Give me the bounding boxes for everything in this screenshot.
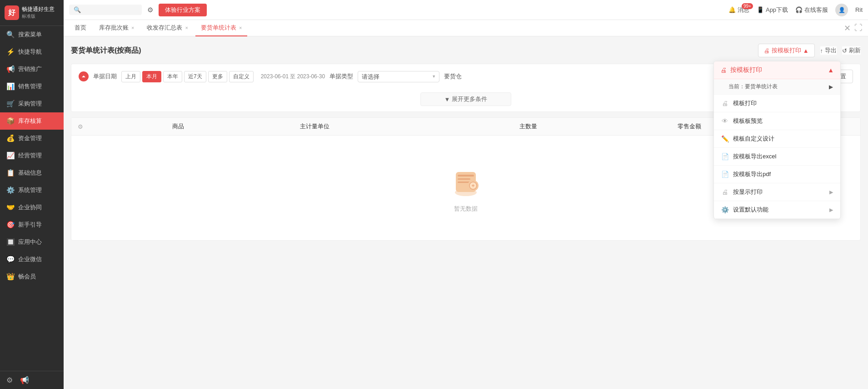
topbar-gear-icon[interactable]: ⚙ <box>147 6 153 14</box>
tab-close-icon[interactable]: × <box>239 25 242 30</box>
sidebar-item-appstore[interactable]: 🔲应用中心 <box>0 233 64 251</box>
date-btn-近7天[interactable]: 近7天 <box>184 71 206 82</box>
tab-收发存汇总表[interactable]: 收发存汇总表× <box>141 20 193 36</box>
speaker-icon[interactable]: 📢 <box>20 376 29 384</box>
tab-close-icon[interactable]: × <box>185 25 188 30</box>
expand-tabs-button[interactable]: ⛶ <box>854 23 863 33</box>
table-settings-icon[interactable]: ⚙ <box>78 123 83 130</box>
dropdown-title: 🖨 按模板打印 <box>720 66 762 74</box>
sidebar-label-member: 畅会员 <box>18 273 36 281</box>
sidebar-icon-system: ⚙️ <box>6 186 15 194</box>
sidebar-item-inventory[interactable]: 📦库存核算 <box>0 112 64 130</box>
template-print-dropdown: 🖨 按模板打印 ▲ 当前：要货单统计表 ▶ 🖨 模板打印 👁 模板板预览 ✏️ <box>713 61 841 219</box>
sidebar-item-purchase[interactable]: 🛒采购管理 <box>0 95 64 112</box>
dropdown-item-template_custom[interactable]: ✏️ 模板自定义设计 <box>714 130 840 148</box>
type-select[interactable]: 请选择 <box>358 71 439 82</box>
dropdown-section-left-default_func: ⚙️ 设置默认功能 <box>721 206 768 214</box>
dropdown-icon-template_excel: 📄 <box>721 153 728 160</box>
sidebar-scroll: 🔍搜索菜单⚡快捷导航📢营销推广📊销售管理🛒采购管理📦库存核算💰资金管理📈经营管理… <box>0 26 64 371</box>
sidebar-item-member[interactable]: 👑畅会员 <box>0 268 64 285</box>
date-buttons: 上月本月本年近7天更多自定义 <box>121 71 254 82</box>
sidebar-label-search: 搜索菜单 <box>18 30 42 39</box>
app-logo-icon: 好 <box>5 5 19 20</box>
trial-button[interactable]: 体验行业方案 <box>159 4 207 16</box>
filter-collapse-icon[interactable] <box>79 71 89 81</box>
settings-icon[interactable]: ⚙ <box>6 376 13 384</box>
sidebar-item-marketing[interactable]: 📢营销推广 <box>0 61 64 78</box>
dropdown-item-left-template_pdf: 📄 按模板导出pdf <box>721 170 771 178</box>
download-icon: 📱 <box>757 6 764 13</box>
sidebar-label-inventory: 库存核算 <box>18 117 42 125</box>
tabs-right-controls: ✕ ⛶ <box>844 23 863 33</box>
sidebar-item-finance[interactable]: 💰资金管理 <box>0 130 64 147</box>
dropdown-current-item[interactable]: 当前：要货单统计表 ▶ <box>714 79 840 95</box>
dropdown-item-template_pdf[interactable]: 📄 按模板导出pdf <box>714 166 840 183</box>
refresh-button[interactable]: ↺ 刷新 <box>842 46 861 55</box>
expand-more-btn[interactable]: ▼ 展开更多条件 <box>420 92 511 106</box>
sidebar-item-system[interactable]: ⚙️系统管理 <box>0 182 64 199</box>
dropdown-item-template_excel[interactable]: 📄 按模板导出excel <box>714 148 840 166</box>
sidebar-icon-appstore: 🔲 <box>6 238 15 246</box>
date-btn-自定义[interactable]: 自定义 <box>229 71 254 82</box>
dropdown-label-template_print: 模板打印 <box>733 99 757 107</box>
sidebar-icon-finance: 💰 <box>6 134 15 142</box>
dropdown-item-template_preview[interactable]: 👁 模板板预览 <box>714 112 840 130</box>
sidebar-item-collab[interactable]: 🤝企业协同 <box>0 199 64 216</box>
sidebar-item-basic[interactable]: 📋基础信息 <box>0 164 64 182</box>
dropdown-label-template_excel: 按模板导出excel <box>733 152 776 161</box>
sidebar-item-guide[interactable]: 🎯新手引导 <box>0 216 64 233</box>
chevron-up-icon: ▲ <box>803 47 809 54</box>
tab-首页[interactable]: 首页 <box>69 20 92 36</box>
date-btn-本月[interactable]: 本月 <box>142 71 161 82</box>
online-service-button[interactable]: 🎧 在线客服 <box>795 6 828 14</box>
sidebar-icon-wechat: 💬 <box>6 255 15 263</box>
sidebar-label-wechat: 企业微信 <box>18 255 42 263</box>
refresh-icon: ↺ <box>842 47 847 54</box>
empty-illustration <box>448 163 484 199</box>
goods-label: 要货仓 <box>444 72 462 81</box>
template-print-button[interactable]: 🖨 按模板打印 ▲ <box>758 44 815 57</box>
message-button[interactable]: 🔔 消息 99+ <box>728 6 749 14</box>
dropdown-arrow-default_func: ▶ <box>829 207 833 213</box>
tab-label: 首页 <box>75 24 86 32</box>
dropdown-icon-template_custom: ✏️ <box>721 135 728 142</box>
dropdown-label-template_preview: 模板板预览 <box>733 117 763 125</box>
sidebar-item-sales[interactable]: 📊销售管理 <box>0 78 64 95</box>
col-header-1: 商品 <box>166 118 294 136</box>
sidebar-icon-inventory: 📦 <box>6 117 15 125</box>
search-box[interactable]: 🔍 <box>69 5 142 15</box>
tab-label: 要货单统计表 <box>201 24 236 32</box>
date-btn-更多[interactable]: 更多 <box>208 71 227 82</box>
sidebar-item-operation[interactable]: 📈经营管理 <box>0 147 64 164</box>
app-download-button[interactable]: 📱 App下载 <box>757 6 788 14</box>
dropdown-section-label-display_print: 按显示打印 <box>733 188 763 196</box>
dropdown-section-display_print[interactable]: 🖨 按显示打印 ▶ <box>714 183 840 201</box>
search-input[interactable] <box>83 7 133 13</box>
sidebar-item-search[interactable]: 🔍搜索菜单 <box>0 26 64 43</box>
date-btn-上月[interactable]: 上月 <box>121 71 140 82</box>
tab-库存批次账[interactable]: 库存批次账× <box>94 20 140 36</box>
tab-要货单统计表[interactable]: 要货单统计表× <box>195 20 247 36</box>
sidebar-icon-search: 🔍 <box>6 30 15 39</box>
dropdown-close-button[interactable]: ▲ <box>828 66 834 74</box>
export-button[interactable]: ↑ 导出 <box>820 46 837 55</box>
expand-icon: ▼ <box>444 96 450 103</box>
sidebar-icon-guide: 🎯 <box>6 221 15 229</box>
app-download-label: App下载 <box>766 6 788 14</box>
dropdown-item-template_print[interactable]: 🖨 模板打印 <box>714 95 840 112</box>
type-select-wrap: 请选择 <box>358 71 439 82</box>
sidebar-item-wechat[interactable]: 💬企业微信 <box>0 251 64 268</box>
current-item-arrow: ▶ <box>829 84 833 90</box>
sidebar-label-finance: 资金管理 <box>18 134 42 142</box>
tab-close-icon[interactable]: × <box>131 25 134 30</box>
date-btn-本年[interactable]: 本年 <box>163 71 182 82</box>
sidebar-label-appstore: 应用中心 <box>18 238 42 246</box>
col-header-0[interactable]: ⚙ <box>71 118 166 136</box>
sidebar-icon-member: 👑 <box>6 273 15 281</box>
sidebar-item-quicknav[interactable]: ⚡快捷导航 <box>0 43 64 61</box>
avatar[interactable]: 👤 <box>835 4 848 16</box>
close-tab-button[interactable]: ✕ <box>844 23 851 33</box>
dropdown-section-default_func[interactable]: ⚙️ 设置默认功能 ▶ <box>714 201 840 219</box>
page-actions: 🖨 按模板打印 ▲ ↑ 导出 ↺ 刷新 <box>758 44 861 57</box>
printer-icon: 🖨 <box>764 47 770 54</box>
